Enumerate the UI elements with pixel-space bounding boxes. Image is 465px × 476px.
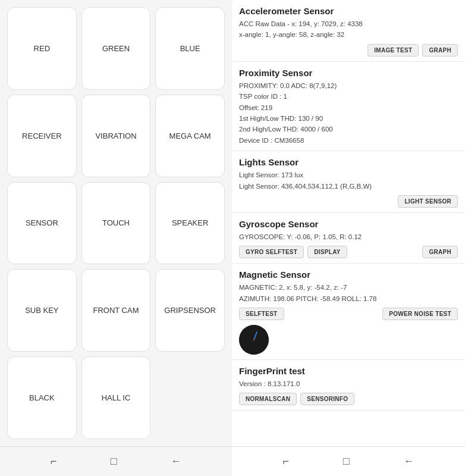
sensor-data-fingerprint: Version : 8.13.171.0 bbox=[239, 378, 458, 389]
sensor-title-gyroscope: Gyroscope Sensor bbox=[239, 219, 458, 229]
right-back-icon[interactable]: ← bbox=[404, 455, 414, 468]
btn-power-noise-test[interactable]: POWER NOISE TEST bbox=[382, 308, 458, 320]
left-home-icon[interactable]: □ bbox=[111, 455, 117, 468]
grid-cell-front-cam[interactable]: FRONT CAM bbox=[81, 269, 151, 352]
btn-row-accelerometer: IMAGE TESTGRAPH bbox=[239, 44, 458, 57]
btn-gyro-selftest[interactable]: GYRO SELFTEST bbox=[239, 246, 304, 258]
btn-selftest[interactable]: SELFTEST bbox=[239, 308, 284, 320]
sensor-title-fingerprint: FingerPrint test bbox=[239, 366, 458, 376]
right-wrapper: Accelerometer SensorACC Raw Data - x: 19… bbox=[232, 0, 465, 476]
left-nav-bar: ⌐ □ ← bbox=[0, 446, 232, 476]
btn-graph[interactable]: GRAPH bbox=[422, 44, 458, 57]
grid-cell-red[interactable]: RED bbox=[7, 7, 77, 90]
sensor-title-accelerometer: Accelerometer Sensor bbox=[239, 6, 458, 16]
btn-row-magnetic: SELFTESTPOWER NOISE TEST bbox=[239, 308, 458, 320]
left-back-icon[interactable]: ← bbox=[171, 455, 181, 468]
sensor-data-line: Light Sensor: 173 lux bbox=[239, 170, 458, 180]
left-panel: REDGREENBLUERECEIVERVIBRATIONMEGA CAMSEN… bbox=[0, 0, 232, 476]
sensor-data-line: TSP color ID : 1 bbox=[239, 91, 458, 102]
btn-row-gyroscope: GYRO SELFTESTDISPLAYGRAPH bbox=[239, 246, 458, 258]
grid-cell-blue[interactable]: BLUE bbox=[155, 7, 225, 90]
btn-row-lights: LIGHT SENSOR bbox=[239, 195, 458, 208]
sensor-data-line: AZIMUTH: 198.06 PITCH: -58.49 ROLL: 1.78 bbox=[239, 293, 458, 304]
grid-cell-touch[interactable]: TOUCH bbox=[81, 182, 151, 265]
sensor-data-line: 2nd High/Low THD: 4000 / 600 bbox=[239, 124, 458, 134]
grid-cell-label: GREEN bbox=[102, 44, 130, 53]
sensor-data-line: Device ID : CM36658 bbox=[239, 135, 458, 146]
grid-cell-label: TOUCH bbox=[102, 218, 130, 227]
btn-image-test[interactable]: IMAGE TEST bbox=[367, 44, 419, 57]
right-recent-icon[interactable]: ⌐ bbox=[282, 455, 289, 468]
sensor-data-gyroscope: GYROSCOPE: Y: -0.06, P: 1.05, R: 0.12 bbox=[239, 231, 458, 242]
sensor-data-line: ACC Raw Data - x: 194, y: 7029, z: 4338 bbox=[239, 18, 458, 29]
sensor-title-magnetic: Magnetic Sensor bbox=[239, 270, 458, 280]
sensor-data-line: Version : 8.13.171.0 bbox=[239, 378, 458, 389]
grid-cell-label: SPEAKER bbox=[172, 218, 208, 227]
grid-cell-hall-ic[interactable]: HALL IC bbox=[81, 356, 151, 439]
sensor-data-line: x-angle: 1, y-angle: 58, z-angle: 32 bbox=[239, 29, 458, 40]
grid-cell-receiver[interactable]: RECEIVER bbox=[7, 95, 77, 177]
grid-cell-mega-cam[interactable]: MEGA CAM bbox=[155, 95, 225, 177]
grid-cell-sensor[interactable]: SENSOR bbox=[7, 182, 77, 265]
grid-area: REDGREENBLUERECEIVERVIBRATIONMEGA CAMSEN… bbox=[0, 0, 232, 446]
right-panel: Accelerometer SensorACC Raw Data - x: 19… bbox=[232, 0, 465, 446]
grid-cell-speaker[interactable]: SPEAKER bbox=[155, 182, 225, 265]
grid-cell-label: SENSOR bbox=[26, 218, 58, 227]
btn-light-sensor[interactable]: LIGHT SENSOR bbox=[398, 195, 458, 208]
sensor-data-magnetic: MAGNETIC: 2, x: 5.8, y: -54.2, z: -7AZIM… bbox=[239, 282, 458, 304]
right-home-icon[interactable]: □ bbox=[343, 455, 350, 468]
grid-cell-label: MEGA CAM bbox=[169, 131, 211, 140]
grid-cell-label: HALL IC bbox=[102, 393, 131, 402]
grid-cell-label: RED bbox=[34, 44, 50, 53]
sensor-data-line: Offset: 219 bbox=[239, 102, 458, 113]
btn-normalscan[interactable]: NORMALSCAN bbox=[239, 393, 297, 405]
sensor-data-line: GYROSCOPE: Y: -0.06, P: 1.05, R: 0.12 bbox=[239, 231, 458, 242]
sensor-data-accelerometer: ACC Raw Data - x: 194, y: 7029, z: 4338x… bbox=[239, 18, 458, 40]
btn-sensorinfo[interactable]: SENSORINFO bbox=[300, 393, 354, 405]
sensor-data-lights: Light Sensor: 173 luxLight Sensor: 436,4… bbox=[239, 170, 458, 192]
grid-cell-label: SUB KEY bbox=[25, 306, 58, 315]
right-nav-bar: ⌐ □ ← bbox=[232, 446, 465, 476]
grid-cell-vibration[interactable]: VIBRATION bbox=[81, 95, 151, 177]
grid-cell-label: GRIPSENSOR bbox=[164, 306, 216, 315]
grid-cell-label: FRONT CAM bbox=[93, 306, 139, 315]
sensor-section-proximity: Proximity SensorPROXIMITY: 0.0 ADC: 8(7,… bbox=[232, 62, 465, 151]
svg-point-2 bbox=[253, 339, 255, 341]
grid-cell-green[interactable]: GREEN bbox=[81, 7, 151, 90]
grid-cell-label: BLUE bbox=[180, 44, 200, 53]
magnetic-visual bbox=[239, 325, 269, 355]
grid-cell-label: RECEIVER bbox=[22, 131, 61, 140]
sensor-section-magnetic: Magnetic SensorMAGNETIC: 2, x: 5.8, y: -… bbox=[232, 264, 465, 360]
btn-display[interactable]: DISPLAY bbox=[307, 246, 347, 258]
grid-cell-label: VIBRATION bbox=[95, 131, 136, 140]
btn-row-fingerprint: NORMALSCANSENSORINFO bbox=[239, 393, 458, 405]
grid-cell-black[interactable]: BLACK bbox=[7, 356, 77, 439]
grid-cell-empty bbox=[155, 356, 225, 439]
sensor-section-gyroscope: Gyroscope SensorGYROSCOPE: Y: -0.06, P: … bbox=[232, 213, 465, 264]
sensor-data-line: MAGNETIC: 2, x: 5.8, y: -54.2, z: -7 bbox=[239, 282, 458, 293]
sensor-data-proximity: PROXIMITY: 0.0 ADC: 8(7,9,12)TSP color I… bbox=[239, 80, 458, 146]
sensor-section-lights: Lights SensorLight Sensor: 173 luxLight … bbox=[232, 151, 465, 213]
grid-cell-gripsensor[interactable]: GRIPSENSOR bbox=[155, 269, 225, 352]
sensor-data-line: PROXIMITY: 0.0 ADC: 8(7,9,12) bbox=[239, 80, 458, 91]
sensor-section-fingerprint: FingerPrint testVersion : 8.13.171.0NORM… bbox=[232, 360, 465, 411]
sensor-title-proximity: Proximity Sensor bbox=[239, 68, 458, 78]
btn-graph[interactable]: GRAPH bbox=[422, 246, 458, 258]
sensor-title-lights: Lights Sensor bbox=[239, 157, 458, 167]
sensor-data-line: Light Sensor: 436,404,534,112,1 (R,G,B,W… bbox=[239, 181, 458, 192]
sensor-data-line: 1st High/Low THD: 130 / 90 bbox=[239, 113, 458, 124]
grid-cell-label: BLACK bbox=[29, 393, 55, 402]
sensor-section-accelerometer: Accelerometer SensorACC Raw Data - x: 19… bbox=[232, 0, 465, 62]
grid-cell-sub-key[interactable]: SUB KEY bbox=[7, 269, 77, 352]
left-recent-icon[interactable]: ⌐ bbox=[51, 455, 57, 468]
